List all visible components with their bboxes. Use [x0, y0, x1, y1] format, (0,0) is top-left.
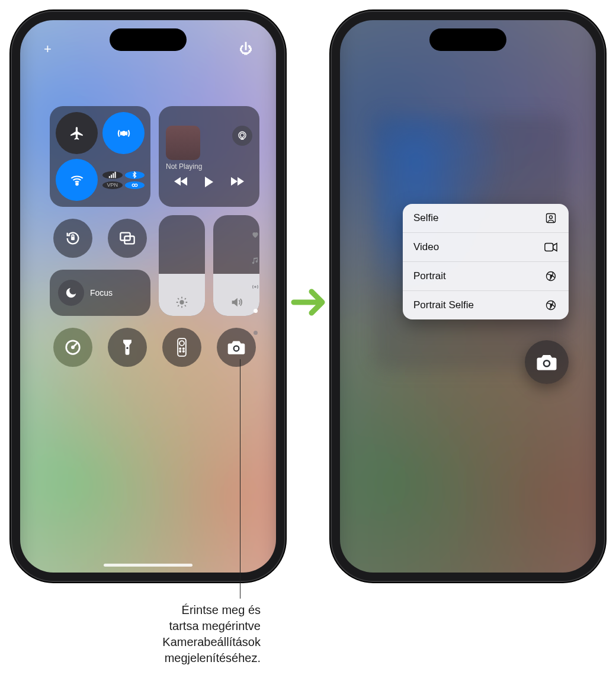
menu-item-label: Selfie: [413, 212, 439, 224]
bluetooth-toggle[interactable]: [125, 171, 145, 179]
camera-menu-item-portrait-selfie[interactable]: Portrait Selfie f: [403, 291, 569, 319]
svg-rect-4: [113, 173, 114, 178]
power-button[interactable]: ⏻: [239, 41, 252, 57]
video-icon: [544, 242, 558, 252]
menu-item-label: Portrait: [413, 270, 446, 282]
svg-point-20: [183, 348, 184, 349]
vpn-toggle[interactable]: VPN: [102, 181, 123, 189]
svg-rect-5: [115, 171, 116, 178]
orientation-lock-icon: [65, 230, 81, 247]
orientation-lock-toggle[interactable]: [53, 219, 92, 258]
svg-point-1: [76, 183, 78, 184]
aperture-icon: f: [544, 299, 558, 311]
camera-menu-item-selfie[interactable]: Selfie: [403, 204, 569, 233]
brightness-slider[interactable]: [159, 215, 205, 316]
focus-label: Focus: [90, 288, 113, 298]
play-button[interactable]: [204, 177, 214, 187]
airplane-icon: [69, 126, 85, 141]
cellular-bars-icon: [108, 171, 116, 179]
svg-point-18: [179, 341, 184, 346]
svg-point-19: [179, 348, 181, 349]
cellular-data-toggle[interactable]: [102, 171, 123, 179]
dynamic-island: [110, 28, 187, 51]
airplay-icon: [237, 130, 248, 141]
phone-frame-left: + ⏻: [12, 12, 284, 581]
svg-point-16: [126, 347, 128, 349]
play-icon: [204, 177, 214, 187]
svg-point-9: [240, 133, 245, 138]
camera-menu-item-portrait[interactable]: Portrait f: [403, 262, 569, 291]
camera-button[interactable]: [217, 328, 256, 367]
dynamic-island: [429, 28, 506, 51]
svg-point-25: [255, 286, 256, 287]
focus-button[interactable]: Focus: [50, 270, 150, 316]
connectivity-page-icon: [251, 283, 259, 291]
wifi-toggle[interactable]: [56, 159, 98, 201]
menu-item-label: Portrait Selfie: [413, 299, 474, 311]
apple-tv-remote-button[interactable]: [162, 328, 201, 367]
camera-context-menu: Selfie Video Portrait f Portrait Selfie: [403, 204, 569, 319]
airdrop-toggle[interactable]: [102, 112, 145, 154]
svg-point-13: [179, 300, 184, 304]
flashlight-button[interactable]: [108, 328, 147, 367]
airplane-mode-toggle[interactable]: [56, 112, 98, 154]
page-dot-active: [254, 309, 258, 313]
add-control-button[interactable]: +: [44, 41, 52, 57]
svg-point-6: [132, 184, 134, 186]
callout-text: Érintse meg és tartsa megérintve Kamerab…: [107, 602, 261, 666]
next-track-icon: [231, 177, 244, 186]
svg-point-22: [183, 351, 184, 352]
flashlight-icon: [121, 338, 133, 356]
prev-track-button[interactable]: [174, 177, 187, 187]
now-playing-tile[interactable]: Not Playing: [159, 106, 259, 207]
wifi-icon: [69, 172, 85, 188]
svg-rect-10: [71, 236, 75, 240]
svg-point-15: [72, 346, 73, 348]
svg-rect-28: [545, 244, 553, 251]
screen-right: Selfie Video Portrait f Portrait Selfie: [340, 20, 596, 573]
connectivity-aux-group[interactable]: VPN: [102, 171, 145, 189]
transition-arrow: [290, 284, 332, 320]
prev-track-icon: [174, 177, 187, 186]
personal-hotspot-toggle[interactable]: [125, 181, 145, 189]
brightness-fill: [159, 274, 205, 316]
svg-point-34: [544, 362, 549, 366]
phone-frame-right: Selfie Video Portrait f Portrait Selfie: [332, 12, 604, 581]
moon-icon: [65, 286, 78, 299]
callout-leader-line: [240, 359, 240, 599]
svg-point-0: [121, 131, 126, 135]
svg-point-24: [235, 347, 239, 351]
page-dot: [254, 331, 258, 335]
camera-icon: [227, 340, 246, 355]
control-center-page-indicator[interactable]: [251, 231, 259, 335]
svg-rect-2: [109, 176, 110, 178]
svg-point-7: [134, 184, 137, 186]
vpn-icon: VPN: [107, 182, 118, 188]
svg-rect-3: [111, 174, 112, 178]
now-playing-title: Not Playing: [166, 162, 252, 171]
camera-menu-item-video[interactable]: Video: [403, 233, 569, 262]
screen-left: + ⏻: [20, 20, 276, 573]
now-playing-artwork: [166, 126, 200, 160]
airdrop-icon: [116, 126, 131, 141]
sun-icon: [159, 296, 205, 309]
svg-point-27: [550, 216, 553, 219]
screen-mirroring-icon: [119, 230, 136, 247]
connectivity-group[interactable]: VPN: [50, 106, 150, 207]
svg-rect-26: [547, 214, 556, 223]
bluetooth-icon: [131, 171, 138, 178]
camera-button-popped[interactable]: [525, 340, 569, 384]
svg-point-21: [179, 351, 181, 352]
timer-button[interactable]: [53, 328, 92, 367]
favorites-page-icon: [251, 231, 259, 239]
camera-icon: [536, 353, 557, 371]
control-center-grid: VPN Not Playing: [50, 106, 246, 370]
next-track-button[interactable]: [231, 177, 244, 187]
airplay-button[interactable]: [232, 126, 252, 146]
apple-tv-remote-icon: [177, 338, 187, 357]
home-indicator[interactable]: [104, 564, 192, 567]
screen-mirroring-button[interactable]: [108, 219, 147, 258]
menu-item-label: Video: [413, 241, 439, 253]
timer-icon: [64, 338, 82, 356]
music-page-icon: [251, 257, 259, 265]
